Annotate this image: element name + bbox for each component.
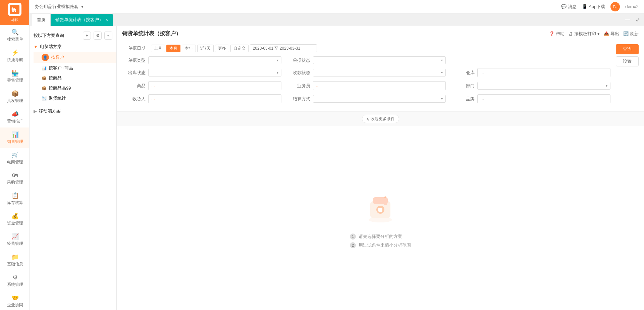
department-select[interactable]: ▾ — [477, 82, 610, 90]
order-status-select[interactable]: ▾ — [313, 56, 446, 64]
sidebar-item-system[interactable]: ⚙ 系统管理 — [0, 270, 29, 291]
tab-sales-report-label: 销货单统计表（按客户） — [55, 17, 103, 23]
empty-state: 1 请先选择要分析的方案 2 用过滤条件来缩小分析范围 — [117, 126, 644, 310]
message-button[interactable]: 💬 消息 — [561, 4, 577, 10]
payment-status-select[interactable]: ▾ — [313, 69, 446, 76]
settlement-label: 结算方式 — [287, 96, 310, 102]
pc-section[interactable]: ▼ 电脑端方案 — [30, 42, 116, 52]
scheme-goods-99-label: 按商品品99 — [49, 85, 71, 91]
scheme-return-stat[interactable]: 📉 退货统计 — [34, 93, 116, 103]
sidebar-item-marketing-label: 营销推广 — [7, 118, 23, 124]
export-icon: 📤 — [604, 31, 609, 36]
date-last-month-btn[interactable]: 上月 — [151, 45, 165, 52]
sidebar-item-wholesale-label: 批发管理 — [7, 98, 23, 104]
sidebar-item-operations-label: 经营管理 — [7, 241, 23, 247]
refresh-label: 刷新 — [630, 31, 639, 37]
order-type-select[interactable]: ▾ — [148, 56, 281, 64]
tab-home[interactable]: 首页 — [32, 14, 51, 26]
date-custom-btn[interactable]: 自定义 — [230, 45, 249, 52]
sidebar-item-shortcut[interactable]: ⚡ 快捷导航 — [0, 46, 29, 66]
export-button[interactable]: 📤 导出 — [604, 31, 619, 37]
sidebar-item-purchase[interactable]: 🛍 采购管理 — [0, 168, 29, 189]
recipient-select[interactable]: ··· — [148, 94, 281, 103]
print-button[interactable]: 🖨 按模板打印 ▾ — [569, 31, 600, 37]
scheme-customer-goods-label: 按客户+商品 — [49, 65, 73, 71]
sidebar-item-marketing[interactable]: 📣 营销推广 — [0, 107, 29, 127]
sidebar-item-finance[interactable]: 💰 资金管理 — [0, 209, 29, 229]
salesman-filter: 业务员 ··· — [287, 81, 446, 90]
date-label: 单据日期 — [122, 45, 146, 51]
sidebar-item-search[interactable]: 🔍 搜索菜单 — [0, 25, 29, 46]
sidebar-item-retail[interactable]: 🏪 零售管理 — [0, 66, 29, 87]
industry-label: 办公用品行业模拟账套 — [35, 4, 78, 10]
collapse-up-icon: ∧ — [366, 117, 369, 121]
sidebar-item-inventory[interactable]: 📋 库存核算 — [0, 189, 29, 209]
sidebar-item-basic[interactable]: 📁 基础信息 — [0, 250, 29, 270]
add-scheme-button[interactable]: + — [83, 32, 91, 40]
enterprise-icon: 🤝 — [11, 294, 19, 302]
settlement-filter: 结算方式 ▾ — [287, 95, 446, 103]
collapse-more-button[interactable]: ∧ 收起更多条件 — [362, 115, 399, 123]
print-arrow-icon: ▾ — [597, 31, 600, 36]
mobile-section[interactable]: ▶ 移动端方案 — [30, 106, 116, 116]
sidebar-menu: 🔍 搜索菜单 ⚡ 快捷导航 🏪 零售管理 📦 批发管理 📣 营销推广 📊 销售管… — [0, 25, 29, 310]
app-download-label: App下载 — [589, 4, 605, 10]
warehouse-select[interactable]: ··· — [477, 68, 610, 77]
message-icon: 💬 — [561, 4, 567, 9]
svg-rect-6 — [378, 208, 382, 212]
date-range-input[interactable] — [250, 44, 317, 52]
avatar[interactable]: Ea — [610, 2, 620, 11]
goods-filter: 商品 ··· — [122, 81, 281, 90]
scheme-by-goods[interactable]: 📦 按商品 — [34, 73, 116, 83]
message-label: 消息 — [568, 4, 577, 10]
collapse-panel-button[interactable]: « — [104, 32, 112, 40]
collapse-bar: ∧ 收起更多条件 — [117, 112, 644, 126]
user-initials: Ea — [613, 5, 618, 9]
order-status-filter: 单据状态 ▾ — [287, 56, 446, 64]
warehouse-value: ··· — [480, 70, 484, 75]
salesman-select[interactable]: ··· — [313, 81, 446, 90]
sidebar-item-enterprise[interactable]: 🤝 企业协同 — [0, 291, 29, 310]
top-header: 办公用品行业模拟账套 ▾ 💬 消息 📱 App下载 Ea demo2 — [30, 0, 644, 13]
recipient-filter: 收货人 ··· — [122, 94, 281, 103]
date-more-btn[interactable]: 更多 — [215, 45, 229, 52]
department-filter: 部门 ▾ — [451, 82, 610, 90]
settings-button[interactable]: 设置 — [616, 56, 639, 66]
industry-arrow-icon[interactable]: ▾ — [81, 4, 84, 9]
refresh-button[interactable]: 🔄 刷新 — [623, 31, 639, 37]
goods-select[interactable]: ··· — [148, 81, 281, 90]
app-download-button[interactable]: 📱 App下载 — [582, 4, 605, 10]
sidebar-item-ecommerce[interactable]: 🛒 电商管理 — [0, 148, 29, 168]
tab-minimize-button[interactable]: — — [624, 15, 632, 24]
tab-home-label: 首页 — [37, 17, 46, 23]
scheme-settings-button[interactable]: ⚙ — [94, 32, 102, 40]
goods-icon: 📦 — [42, 76, 47, 81]
help-icon: ❓ — [549, 31, 554, 36]
date-this-year-btn[interactable]: 本年 — [182, 45, 196, 52]
tab-close-icon[interactable]: × — [105, 17, 108, 22]
page-title-bar: 销货单统计表（按客户） ❓ 帮助 🖨 按模板打印 ▾ 📤 导出 — [117, 26, 644, 40]
sidebar-item-wholesale[interactable]: 📦 批发管理 — [0, 87, 29, 107]
settlement-select[interactable]: ▾ — [313, 95, 446, 103]
tab-sales-report[interactable]: 销货单统计表（按客户） × — [51, 14, 113, 26]
export-label: 导出 — [610, 31, 619, 37]
sidebar-item-sales[interactable]: 📊 销售管理 — [0, 127, 29, 148]
out-status-select[interactable]: ▾ — [148, 69, 281, 76]
sidebar-item-finance-label: 资金管理 — [7, 220, 23, 226]
scheme-goods-99[interactable]: 📦 按商品品99 — [34, 83, 116, 93]
mobile-section-label: 移动端方案 — [39, 108, 61, 114]
purchase-icon: 🛍 — [12, 172, 18, 179]
out-status-filter: 出库状态 ▾ — [122, 69, 281, 76]
help-button[interactable]: ❓ 帮助 — [549, 31, 565, 37]
date-this-month-btn[interactable]: 本月 — [166, 45, 180, 52]
goods-value: ··· — [151, 83, 155, 88]
query-button[interactable]: 查询 — [616, 44, 639, 54]
scheme-by-customer[interactable]: 👤 按客户 — [34, 52, 116, 63]
scheme-customer-goods[interactable]: 📊 按客户+商品 — [34, 63, 116, 73]
operations-icon: 📈 — [11, 233, 19, 240]
date-last-7-btn[interactable]: 近7天 — [197, 45, 214, 52]
tab-maximize-button[interactable]: ⤢ — [634, 15, 641, 24]
sidebar-logo[interactable]: 畅 标账 — [0, 0, 29, 25]
sidebar-item-operations[interactable]: 📈 经营管理 — [0, 229, 29, 250]
brand-select[interactable]: ··· — [477, 94, 610, 103]
